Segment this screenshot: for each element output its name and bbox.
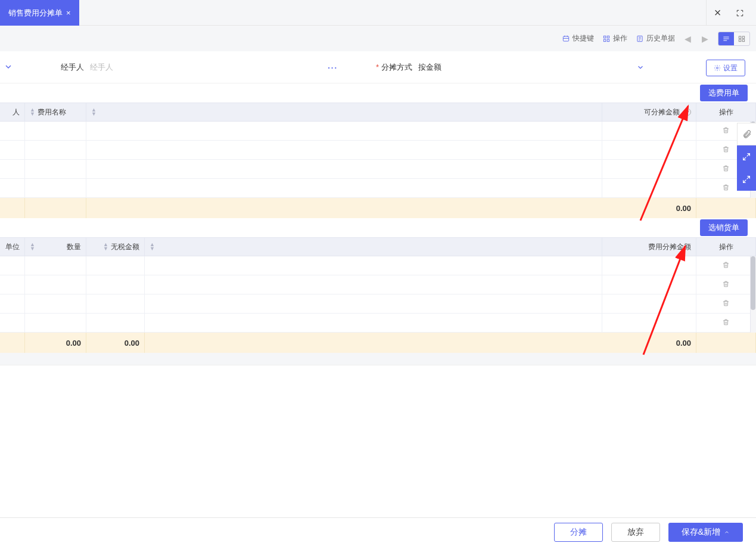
toolbar: 快捷键 操作 历史单据 ◀ ▶ xyxy=(0,26,756,51)
required-star-icon: * xyxy=(376,63,379,72)
sum-allocatable: 0.00 xyxy=(676,204,691,213)
delete-row-button[interactable] xyxy=(722,261,730,271)
svg-rect-1 xyxy=(603,36,606,38)
tab-active[interactable]: 销售费用分摊单 × xyxy=(0,0,79,26)
save-new-button[interactable]: 保存&新增 xyxy=(668,523,743,542)
view-card-button[interactable] xyxy=(734,32,749,45)
svg-rect-6 xyxy=(739,36,741,38)
fullscreen-button[interactable] xyxy=(729,0,751,26)
remark-area xyxy=(0,365,756,398)
table-row[interactable] xyxy=(0,275,756,294)
view-switch xyxy=(718,32,750,46)
settings-button[interactable]: 设置 xyxy=(706,60,745,76)
left-dropdown-icon[interactable] xyxy=(4,62,13,73)
table-row[interactable] xyxy=(0,141,756,160)
sales-grid-body xyxy=(0,256,756,333)
sort-icon[interactable]: ▲▼ xyxy=(30,108,35,116)
table-row[interactable] xyxy=(0,160,756,179)
delete-row-button[interactable] xyxy=(722,126,730,136)
sum-amount: 0.00 xyxy=(125,339,139,348)
delete-row-button[interactable] xyxy=(722,280,730,290)
sum-alloc: 0.00 xyxy=(676,339,691,348)
svg-rect-3 xyxy=(603,39,606,42)
col-expense-name: 费用名称 xyxy=(38,107,66,117)
delete-row-button[interactable] xyxy=(722,184,730,193)
bottom-action-bar: 分摊 放弃 保存&新增 xyxy=(0,517,756,546)
tab-close-icon[interactable]: × xyxy=(66,0,71,26)
table-row[interactable] xyxy=(0,294,756,314)
window-close-button[interactable]: × xyxy=(706,0,729,26)
col-unit: 单位 xyxy=(5,242,20,252)
allocate-button[interactable]: 分摊 xyxy=(554,523,603,542)
col-allocatable: 可分摊金额 xyxy=(644,107,680,117)
handler-placeholder: 经手人 xyxy=(90,63,113,72)
sort-icon[interactable]: ▲▼ xyxy=(103,243,108,251)
history-link[interactable]: 历史单据 xyxy=(636,33,675,44)
sort-icon[interactable]: ▲▼ xyxy=(150,243,155,251)
sort-icon[interactable]: ▲▼ xyxy=(91,108,97,116)
col-amount-excl-tax: 无税金额 xyxy=(111,242,139,252)
expense-grid: 选费用单 人 ▲▼ 费用名称 ▲▼ 可分摊金额 ? 操作 xyxy=(0,83,756,218)
expand-icon xyxy=(742,175,751,184)
operate-icon xyxy=(602,35,611,43)
expense-sum-row: 0.00 xyxy=(0,198,756,218)
svg-rect-7 xyxy=(742,36,745,38)
sales-sum-row: 0.00 0.00 0.00 xyxy=(0,333,756,353)
method-select[interactable]: 按金额 xyxy=(418,62,645,73)
svg-rect-4 xyxy=(607,39,609,42)
delete-row-button[interactable] xyxy=(722,318,730,328)
delete-row-button[interactable] xyxy=(722,145,730,155)
sales-grid: 选销货单 单位 ▲▼ 数量 ▲▼ 无税金额 ▲▼ 费用分摊金额 操作 xyxy=(0,218,756,353)
select-sales-label: 选销货单 xyxy=(708,222,739,233)
tab-title: 销售费用分摊单 xyxy=(8,0,63,26)
select-expense-button[interactable]: 选费用单 xyxy=(700,85,748,101)
svg-rect-0 xyxy=(563,36,568,41)
right-float-panel xyxy=(737,123,756,191)
table-row[interactable] xyxy=(0,314,756,333)
expand-button-1[interactable] xyxy=(737,145,756,168)
method-dropdown-icon[interactable] xyxy=(636,63,645,73)
next-record-button[interactable]: ▶ xyxy=(701,34,710,44)
history-label: 历史单据 xyxy=(646,33,675,44)
col-alloc-amount: 费用分摊金额 xyxy=(648,242,691,252)
help-icon[interactable]: ? xyxy=(684,108,691,116)
scrollbar[interactable] xyxy=(750,256,756,333)
history-icon xyxy=(636,35,644,43)
method-field: *分摊方式 按金额 xyxy=(376,62,645,73)
expense-grid-header: 人 ▲▼ 费用名称 ▲▼ 可分摊金额 ? 操作 xyxy=(0,103,756,122)
table-row[interactable] xyxy=(0,256,756,275)
table-row[interactable] xyxy=(0,179,756,198)
handler-label: 经手人 xyxy=(61,62,84,73)
table-row[interactable] xyxy=(0,122,756,141)
shortcut-link[interactable]: 快捷键 xyxy=(562,33,594,44)
form-bar: 经手人 经手人 ··· *分摊方式 按金额 设置 xyxy=(0,51,756,83)
sort-icon[interactable]: ▲▼ xyxy=(30,243,35,251)
operate-label: 操作 xyxy=(613,33,627,44)
svg-point-10 xyxy=(717,67,718,69)
handler-more-icon[interactable]: ··· xyxy=(328,63,338,72)
operate-link[interactable]: 操作 xyxy=(602,33,627,44)
handler-input[interactable]: 经手人 ··· xyxy=(90,62,340,73)
delete-row-button[interactable] xyxy=(722,165,730,174)
select-expense-label: 选费用单 xyxy=(708,88,739,98)
sales-grid-header: 单位 ▲▼ 数量 ▲▼ 无税金额 ▲▼ 费用分摊金额 操作 xyxy=(0,237,756,256)
select-sales-button[interactable]: 选销货单 xyxy=(700,219,748,236)
prev-record-button[interactable]: ◀ xyxy=(683,34,692,44)
attachment-button[interactable] xyxy=(737,123,756,145)
tab-strip: 销售费用分摊单 × × xyxy=(0,0,756,26)
view-list-button[interactable] xyxy=(718,32,734,45)
delete-row-button[interactable] xyxy=(722,299,730,309)
expand-button-2[interactable] xyxy=(737,168,756,191)
expand-icon xyxy=(742,152,751,162)
gear-icon xyxy=(714,64,721,72)
discard-label: 放弃 xyxy=(627,527,644,538)
svg-rect-9 xyxy=(742,39,745,42)
discard-button[interactable]: 放弃 xyxy=(611,523,660,542)
chevron-up-icon xyxy=(724,529,730,535)
shortcut-icon xyxy=(562,35,570,43)
allocate-label: 分摊 xyxy=(570,527,587,538)
paperclip-icon xyxy=(742,129,752,139)
expense-grid-body xyxy=(0,122,756,198)
svg-rect-8 xyxy=(739,39,741,42)
col-qty: 数量 xyxy=(38,242,81,252)
